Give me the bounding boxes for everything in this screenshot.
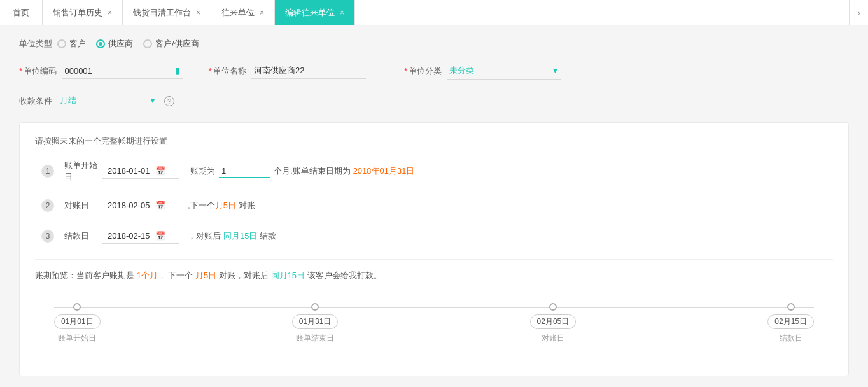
timeline-node-4: 02月15日 结款日 (767, 303, 814, 344)
period-row-1-text2: 个月,账单结束日期为 (274, 165, 351, 177)
period-row-3: 3 结款日 2018-02-15 📅 ，对账后 同月15日 结款 (35, 229, 833, 244)
timeline-label-1: 账单开始日 (58, 333, 96, 344)
timeline-label-4: 结款日 (780, 333, 802, 344)
period-row-3-date[interactable]: 2018-02-15 📅 (102, 229, 179, 244)
radio-supplier-circle (96, 39, 105, 48)
tab-edit-partner[interactable]: 编辑往来单位 × (275, 0, 355, 25)
unit-code-label: 单位编码 (24, 66, 57, 77)
tab-cash-work-close[interactable]: × (196, 8, 200, 17)
period-row-1: 1 账单开始日 2018-01-01 📅 账期为 个月,账单结束日期为 2018… (35, 160, 833, 183)
unit-code-input[interactable] (64, 66, 171, 76)
payment-terms-dropdown-icon: ▼ (149, 96, 157, 105)
tab-cash-work[interactable]: 钱货日清工作台 × (123, 0, 211, 25)
timeline-dot-3 (549, 303, 557, 311)
radio-supplier[interactable]: 供应商 (96, 38, 133, 50)
unit-name-input[interactable] (251, 64, 366, 79)
payment-terms-select[interactable]: 月结 ▼ (57, 92, 159, 109)
timeline-node-1: 01月01日 账单开始日 (54, 303, 101, 344)
unit-name-label: 单位名称 (213, 66, 246, 77)
unit-code-input-wrapper: ▮ (62, 63, 183, 79)
tab-partner-label: 往来单位 (221, 7, 255, 18)
unit-type-label: 单位类型 (19, 38, 52, 50)
unit-code-field: * 单位编码 ▮ (19, 63, 183, 79)
radio-customer-circle (57, 39, 66, 48)
period-row-3-suffix: ，对账后 同月15日 结款 (183, 230, 276, 242)
unit-category-select[interactable]: 未分类 ▼ (447, 62, 561, 80)
preview-text: 账期预览：当前客户账期是 1个月， 下一个 月5日 对账，对账后 同月15日 该… (35, 270, 833, 281)
tab-sales-history-label: 销售订单历史 (53, 7, 102, 18)
tab-partner-close[interactable]: × (260, 8, 264, 17)
timeline-container: 01月01日 账单开始日 01月31日 账单结束日 02月05日 对账日 (35, 297, 833, 363)
period-row-3-label: 结款日 (64, 230, 102, 242)
period-row-2-label: 对账日 (64, 200, 102, 211)
tab-home-label: 首页 (13, 7, 29, 18)
period-row-1-num: 1 (41, 165, 54, 178)
radio-customer-supplier[interactable]: 客户/供应商 (143, 38, 199, 50)
period-row-2-calendar-icon[interactable]: 📅 (155, 201, 165, 210)
preview-reconcile-after: 对账，对账后 (219, 271, 269, 280)
timeline-label-2: 账单结束日 (296, 333, 334, 344)
unit-info-row: * 单位编码 ▮ * 单位名称 * 单位分类 未分类 ▼ (19, 62, 849, 80)
unit-category-field: * 单位分类 未分类 ▼ (404, 62, 561, 80)
unit-type-row: 单位类型 客户 供应商 客户/供应商 (19, 38, 849, 50)
period-row-1-label: 账单开始日 (64, 160, 102, 183)
period-row-2-end: 对账 (239, 200, 255, 211)
tab-edit-partner-close[interactable]: × (340, 8, 344, 17)
tab-partner[interactable]: 往来单位 × (211, 0, 275, 25)
unit-type-radio-group: 客户 供应商 客户/供应商 (57, 38, 199, 50)
timeline-dot-4 (787, 303, 795, 311)
radio-customer-supplier-circle (143, 39, 152, 48)
period-row-1-text1: 账期为 (190, 165, 215, 177)
preview-period: 1个月， (137, 271, 166, 280)
period-row-1-calendar-icon[interactable]: 📅 (155, 166, 165, 176)
unit-category-dropdown-icon: ▼ (551, 66, 559, 75)
unit-name-field: * 单位名称 (208, 64, 365, 79)
period-row-3-comma: ，对账后 (188, 230, 221, 242)
period-divider (35, 259, 833, 260)
payment-terms-row: 收款条件 月结 ▼ ? (19, 92, 849, 109)
unit-name-star: * (208, 66, 211, 76)
unit-category-value: 未分类 (449, 65, 549, 76)
tab-sales-history-close[interactable]: × (108, 8, 112, 17)
unit-type-field: 单位类型 客户 供应商 客户/供应商 (19, 38, 199, 50)
tab-more-arrow[interactable]: › (849, 0, 868, 25)
preview-payment-after: 该客户会给我打款。 (307, 271, 382, 280)
tab-home[interactable]: 首页 (0, 0, 43, 25)
payment-terms-label: 收款条件 (19, 95, 52, 107)
preview-label: 账期预览：当前客户账期是 (35, 271, 134, 280)
timeline-node-2: 01月31日 账单结束日 (292, 303, 339, 344)
payment-terms-help-icon[interactable]: ? (164, 96, 174, 106)
period-row-3-num: 3 (41, 230, 54, 243)
period-section-title: 请按照未来的一个完整帐期进行设置 (35, 136, 833, 147)
timeline-badge-3: 02月05日 (530, 314, 577, 329)
preview-reconcile-highlight: 月5日 (195, 271, 216, 280)
period-row-2: 2 对账日 2018-02-05 📅 ,下一个 月5日 对账 (35, 198, 833, 213)
unit-code-icon[interactable]: ▮ (175, 66, 180, 76)
period-row-2-num: 2 (41, 199, 54, 212)
preview-reconcile-before: 下一个 (168, 271, 193, 280)
timeline-dot-2 (311, 303, 319, 311)
radio-customer[interactable]: 客户 (57, 38, 86, 50)
period-row-2-comma: ,下一个 (188, 200, 215, 211)
period-row-3-date-value: 2018-02-15 (108, 231, 150, 241)
payment-terms-value: 月结 (60, 95, 146, 106)
period-row-1-suffix: 账期为 个月,账单结束日期为 2018年01月31日 (183, 165, 414, 178)
period-row-3-end: 结款 (260, 230, 276, 242)
period-end-date: 2018年01月31日 (353, 165, 415, 177)
timeline-badge-2: 01月31日 (292, 314, 339, 329)
period-row-1-date-value: 2018-01-01 (108, 166, 150, 176)
period-row-2-highlight: 月5日 (215, 200, 236, 211)
timeline-nodes: 01月01日 账单开始日 01月31日 账单结束日 02月05日 对账日 (54, 303, 814, 344)
timeline-dot-1 (73, 303, 81, 311)
period-row-2-date[interactable]: 2018-02-05 📅 (102, 198, 179, 213)
preview-payment-highlight: 同月15日 (271, 271, 305, 280)
tab-sales-history[interactable]: 销售订单历史 × (43, 0, 123, 25)
radio-supplier-label: 供应商 (108, 38, 133, 50)
period-section: 请按照未来的一个完整帐期进行设置 1 账单开始日 2018-01-01 📅 账期… (19, 122, 849, 376)
period-months-input[interactable] (219, 165, 270, 178)
period-row-2-date-value: 2018-02-05 (108, 201, 150, 210)
period-row-3-calendar-icon[interactable]: 📅 (155, 231, 165, 241)
period-row-1-date[interactable]: 2018-01-01 📅 (102, 164, 179, 179)
tab-cash-work-label: 钱货日清工作台 (133, 7, 191, 18)
radio-customer-label: 客户 (69, 38, 86, 50)
